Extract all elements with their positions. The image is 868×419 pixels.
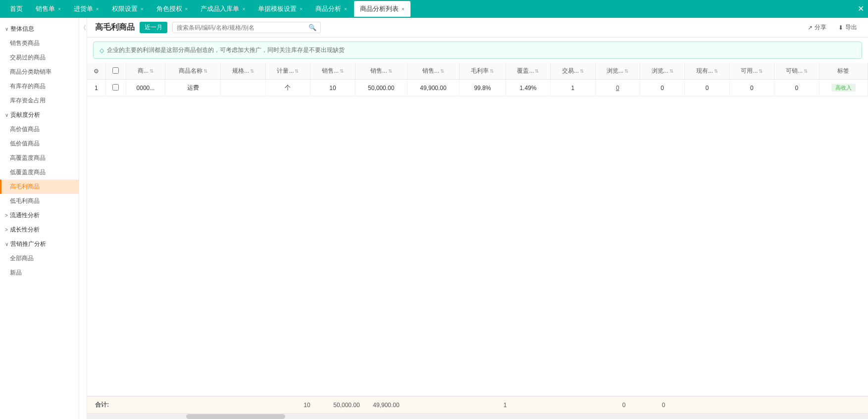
sort-icon-12[interactable]: ⇅	[624, 68, 628, 74]
sidebar-item-4-0[interactable]: 全部商品	[0, 251, 79, 266]
row-browse1[interactable]: 0	[595, 80, 640, 96]
col-header-label-3: 商品名称	[179, 67, 203, 75]
row-select-checkbox[interactable]	[112, 84, 119, 91]
info-banner: ◇ 企业的主要的利润都是这部分商品创造的，可考虑加大推广，同时关注库存是不要出现…	[93, 42, 862, 59]
select-all-checkbox[interactable]	[112, 67, 119, 74]
sort-icon-13[interactable]: ⇅	[669, 68, 673, 74]
sidebar-item-1-3[interactable]: 低覆盖度商品	[0, 165, 79, 180]
tab-close-icon-1[interactable]: ×	[58, 6, 61, 12]
row-browse1-link[interactable]: 0	[616, 85, 619, 92]
row-available: 0	[729, 80, 774, 96]
tab-close-icon-3[interactable]: ×	[141, 6, 144, 12]
col-header-8[interactable]: 销售...⇅	[407, 63, 459, 80]
nav-item-4[interactable]: 角色授权×	[151, 1, 194, 17]
tab-close-icon-2[interactable]: ×	[96, 6, 99, 12]
col-header-label-6: 销售...	[322, 67, 339, 75]
row-name: 运费	[165, 80, 221, 96]
table-header: ⚙商...⇅商品名称⇅规格...⇅计量...⇅销售...⇅销售...⇅销售...…	[87, 63, 868, 80]
sidebar-item-0-4[interactable]: 库存资金占用	[0, 93, 79, 108]
row-gross-rate: 99.8%	[460, 80, 506, 96]
sidebar-item-0-2[interactable]: 商品分类助销率	[0, 65, 79, 79]
col-header-9[interactable]: 毛利率⇅	[460, 63, 506, 80]
col-header-5[interactable]: 计量...⇅	[265, 63, 310, 80]
sort-icon-5[interactable]: ⇅	[295, 68, 299, 74]
col-header-13[interactable]: 浏览...⇅	[640, 63, 684, 80]
window-close-button[interactable]: ✕	[858, 5, 864, 13]
col-header-11[interactable]: 交易...⇅	[551, 63, 595, 80]
sidebar-item-0-0[interactable]: 销售类商品	[0, 36, 79, 50]
sidebar-item-1-5[interactable]: 低毛利商品	[0, 194, 79, 208]
nav-item-3[interactable]: 权限设置×	[106, 1, 150, 17]
tab-close-icon-4[interactable]: ×	[185, 6, 188, 12]
sidebar-group-0[interactable]: ∨整体信息	[0, 22, 79, 36]
nav-item-8[interactable]: 商品分析列表×	[354, 1, 410, 17]
sort-icon-7[interactable]: ⇅	[388, 68, 392, 74]
row-saleable: 0	[774, 80, 819, 96]
sort-icon-8[interactable]: ⇅	[440, 68, 444, 74]
col-header-16[interactable]: 可销...⇅	[774, 63, 819, 80]
sidebar-group-3[interactable]: >成长性分析	[0, 223, 79, 237]
sidebar-item-1-1[interactable]: 低价值商品	[0, 137, 79, 151]
search-icon[interactable]: 🔍	[308, 24, 316, 31]
sort-icon-2[interactable]: ⇅	[150, 68, 153, 74]
share-button[interactable]: ↗ 分享	[805, 22, 829, 33]
search-input[interactable]	[177, 24, 308, 31]
col-header-17: 标签	[819, 63, 868, 80]
sort-icon-6[interactable]: ⇅	[340, 68, 344, 74]
sidebar-item-1-0[interactable]: 高价值商品	[0, 122, 79, 137]
export-button[interactable]: ⬇ 导出	[835, 22, 860, 33]
row-unit: 个	[265, 80, 310, 96]
tab-close-icon-7[interactable]: ×	[344, 6, 347, 12]
col-header-6[interactable]: 销售...⇅	[310, 63, 355, 80]
sort-icon-4[interactable]: ⇅	[250, 68, 254, 74]
col-header-15[interactable]: 可用...⇅	[729, 63, 774, 80]
sort-icon-11[interactable]: ⇅	[580, 68, 584, 74]
nav-item-2[interactable]: 进货单×	[68, 1, 105, 17]
tab-close-icon-6[interactable]: ×	[300, 6, 303, 12]
sidebar-group-2[interactable]: >流通性分析	[0, 208, 79, 223]
totals-available: 0	[644, 402, 683, 409]
col-header-label-11: 交易...	[562, 67, 579, 75]
sidebar-group-4[interactable]: ∨营销推广分析	[0, 237, 79, 251]
col-header-12[interactable]: 浏览...⇅	[595, 63, 640, 80]
page-title: 高毛利商品	[95, 22, 135, 33]
nav-item-7[interactable]: 商品分析×	[309, 1, 353, 17]
sidebar-collapse-button[interactable]: 《	[79, 18, 87, 419]
content-area: 高毛利商品 近一月 🔍 ↗ 分享 ⬇ 导出 ◇ 企业的主要的利润都是这部分商品创…	[87, 18, 868, 419]
nav-item-6[interactable]: 单据模板设置×	[252, 1, 308, 17]
col-header-4[interactable]: 规格...⇅	[221, 63, 265, 80]
tab-close-icon-5[interactable]: ×	[242, 6, 245, 12]
scrollbar-thumb[interactable]	[186, 414, 285, 419]
group-label-0: 整体信息	[10, 25, 34, 33]
tab-close-icon-8[interactable]: ×	[402, 6, 405, 12]
sort-icon-3[interactable]: ⇅	[204, 68, 207, 74]
sidebar-item-1-4[interactable]: 高毛利商品	[0, 180, 79, 194]
totals-current: 0	[604, 402, 644, 409]
col-header-7[interactable]: 销售...⇅	[355, 63, 407, 80]
col-header-3[interactable]: 商品名称⇅	[165, 63, 221, 80]
sort-icon-9[interactable]: ⇅	[490, 68, 494, 74]
sort-icon-14[interactable]: ⇅	[714, 68, 718, 74]
nav-item-0[interactable]: 首页	[4, 1, 29, 17]
col-header-label-9: 毛利率	[471, 67, 489, 75]
sidebar-item-0-1[interactable]: 交易过的商品	[0, 50, 79, 65]
sort-icon-10[interactable]: ⇅	[535, 68, 539, 74]
sidebar-item-4-1[interactable]: 新品	[0, 266, 79, 280]
col-header-label-16: 可销...	[786, 67, 803, 75]
col-header-2[interactable]: 商...⇅	[126, 63, 165, 80]
col-header-label-4: 规格...	[232, 67, 249, 75]
sort-icon-16[interactable]: ⇅	[804, 68, 808, 74]
nav-item-5[interactable]: 产成品入库单×	[195, 1, 251, 17]
group-label-1: 贡献度分析	[10, 111, 40, 119]
row-checkbox[interactable]	[105, 80, 126, 96]
sort-icon-15[interactable]: ⇅	[759, 68, 763, 74]
col-header-label-10: 覆盖...	[517, 67, 534, 75]
nav-item-1[interactable]: 销售单×	[30, 1, 67, 17]
sidebar-item-0-3[interactable]: 有库存的商品	[0, 79, 79, 93]
col-header-10[interactable]: 覆盖...⇅	[506, 63, 550, 80]
horizontal-scrollbar[interactable]	[87, 413, 868, 419]
time-filter-button[interactable]: 近一月	[140, 22, 167, 33]
sidebar-item-1-2[interactable]: 高覆盖度商品	[0, 151, 79, 165]
col-header-14[interactable]: 现有...⇅	[685, 63, 729, 80]
sidebar-group-1[interactable]: ∨贡献度分析	[0, 108, 79, 122]
